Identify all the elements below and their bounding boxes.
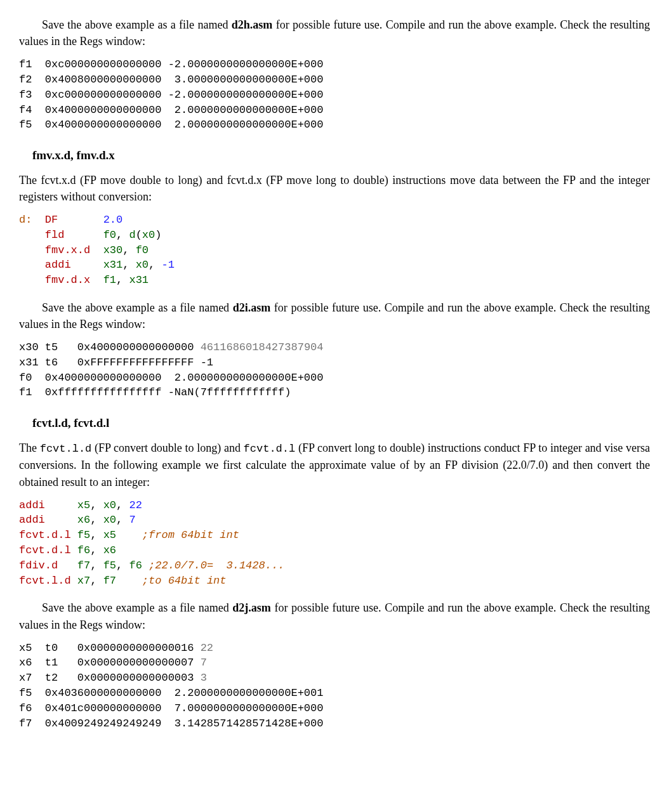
heading-fcvt: fcvt.l.d, fcvt.d.l [19,414,650,432]
row: f7 0x4009249249249249 3.1428571428571428… [19,717,323,730]
text: Save the above example as a file named [42,18,232,31]
code-listing-1: d: DF 2.0 fld f0, d(x0) fmv.x.d x30, f0 … [19,213,650,288]
register: f7 [103,575,116,587]
register: f5 [103,560,116,572]
comment: ;22.0/7.0= 3.1428... [149,560,284,572]
row: f5 0x4000000000000000 2.0000000000000000… [19,119,323,131]
row: f2 0x4008000000000000 3.0000000000000000… [19,74,323,86]
opcode: addi [19,514,45,526]
register: d [129,229,135,241]
register: f5 [77,529,90,541]
register: x5 [103,529,116,541]
literal: 7 [129,514,135,526]
decimal: 4611686018427387904 [201,341,324,353]
register: f7 [77,560,90,572]
register: x0 [142,229,155,241]
row: x5 t0 0x0000000000000016 [19,642,201,654]
opcode: fcvt.d.l [19,529,71,541]
register: f0 [103,229,116,241]
label: d: [19,214,32,226]
row: f1 0xc000000000000000 -2.000000000000000… [19,58,323,70]
decimal: 3 [201,672,207,684]
intro-paragraph-3: Save the above example as a file named d… [19,599,650,632]
fmv-description: The fcvt.x.d (FP move double to long) an… [19,172,650,205]
text: Save the above example as a file named [42,301,233,314]
register: x31 [129,274,149,286]
register: x0 [103,499,116,511]
register-output-1: f1 0xc000000000000000 -2.000000000000000… [19,57,650,133]
row: f6 0x401c000000000000 7.0000000000000000… [19,702,323,714]
inst: fcvt.l.d [40,443,92,455]
heading-fmv: fmv.x.d, fmv.d.x [19,147,650,164]
opcode: addi [45,259,71,271]
register: x6 [103,544,116,556]
row: x31 t6 0xFFFFFFFFFFFFFFFF -1 [19,357,213,369]
opcode: fcvt.l.d [19,575,71,587]
register-output-2: x30 t5 0x4000000000000000 46116860184273… [19,340,650,400]
comment: ;to 64bit int [142,575,227,587]
row: x30 t5 0x4000000000000000 [19,341,201,353]
opcode: addi [19,499,45,511]
intro-paragraph-1: Save the above example as a file named d… [19,16,650,49]
register: f6 [77,544,90,556]
literal: 2.0 [103,214,123,226]
register: f1 [103,274,116,286]
decimal: 22 [201,642,213,654]
filename-d2j: d2j.asm [232,601,271,614]
row: x6 t1 0x0000000000000007 [19,657,201,669]
text: The [19,442,40,454]
opcode: fmv.x.d [45,244,90,256]
text: The fcvt.x.d (FP move double to long) an… [19,174,650,203]
register: x0 [136,259,149,271]
text: Save the above example as a file named [42,601,232,614]
register: x0 [103,514,116,526]
filename-d2h: d2h.asm [232,18,273,31]
row: f4 0x4000000000000000 2.0000000000000000… [19,104,323,116]
row: f1 0xffffffffffffffff -NaN(7ffffffffffff… [19,386,291,398]
register: f0 [136,244,149,256]
register: x6 [77,514,90,526]
row: f3 0xc000000000000000 -2.000000000000000… [19,89,323,101]
opcode: fcvt.d.l [19,544,71,556]
register: f6 [129,560,142,572]
register: x5 [77,499,90,511]
fcvt-description: The fcvt.l.d (FP convert double to long)… [19,440,650,490]
literal: 22 [129,499,142,511]
register-output-3: x5 t0 0x0000000000000016 22 x6 t1 0x0000… [19,641,650,731]
row: f5 0x4036000000000000 2.2000000000000000… [19,687,323,699]
register: x7 [77,575,90,587]
opcode: DF [45,214,58,226]
register: x31 [103,259,123,271]
opcode: fmv.d.x [45,274,90,286]
decimal: 7 [201,657,207,669]
inst: fcvt.d.l [244,443,296,455]
literal: -1 [161,259,174,271]
row: x7 t2 0x0000000000000003 [19,672,201,684]
opcode: fld [45,229,65,241]
row: f0 0x4000000000000000 2.0000000000000000… [19,372,323,384]
opcode: fdiv.d [19,560,58,572]
intro-paragraph-2: Save the above example as a file named d… [19,299,650,332]
comment: ;from 64bit int [142,529,239,541]
text: (FP convert double to long) and [91,442,243,454]
code-listing-2: addi x5, x0, 22 addi x6, x0, 7 fcvt.d.l … [19,498,650,589]
register: x30 [103,244,123,256]
filename-d2i: d2i.asm [233,301,271,314]
